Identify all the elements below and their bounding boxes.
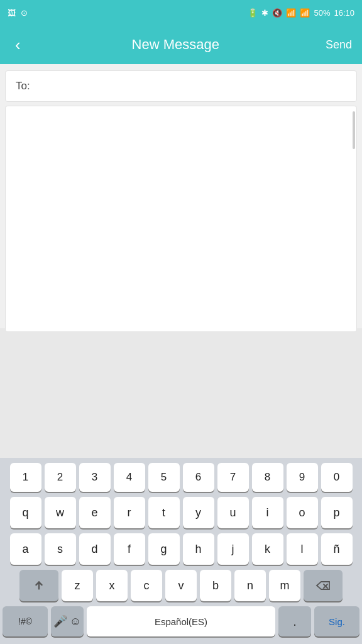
mute-icon: 🔇 (272, 8, 282, 18)
key-z[interactable]: z (62, 570, 93, 601)
body-input[interactable] (16, 115, 346, 323)
key-w[interactable]: w (45, 497, 76, 528)
key-f[interactable]: f (114, 533, 145, 565)
key-5[interactable]: 5 (148, 463, 180, 492)
emoji-icon: ☺ (70, 615, 81, 628)
key-e[interactable]: e (79, 497, 111, 528)
key-n[interactable]: n (234, 570, 266, 601)
battery-percent: 50% (314, 8, 330, 18)
key-y[interactable]: y (183, 497, 214, 528)
status-left-icons: 🖼 ⊙ (8, 8, 28, 18)
key-b[interactable]: b (200, 570, 231, 601)
key-8[interactable]: 8 (252, 463, 283, 492)
period-key[interactable]: . (278, 606, 311, 636)
key-7[interactable]: 7 (217, 463, 249, 492)
key-9[interactable]: 9 (287, 463, 318, 492)
wifi-icon: 📶 (286, 8, 296, 18)
whatsapp-icon: ⊙ (21, 8, 28, 18)
key-q[interactable]: q (10, 497, 41, 528)
mic-icon: 🎤 (53, 614, 67, 628)
key-3[interactable]: 3 (79, 463, 111, 492)
bottom-row: !#© 🎤 ☺ Español(ES) . Sig. (3, 606, 359, 636)
number-row: 1 2 3 4 5 6 7 8 9 0 (3, 463, 359, 492)
send-button[interactable]: Send (326, 38, 352, 52)
battery-icon: 🔋 (248, 8, 258, 18)
key-u[interactable]: u (217, 497, 249, 528)
qwerty-row: q w e r t y u i o p (3, 497, 359, 528)
signal-icon: 📶 (300, 8, 310, 18)
key-p[interactable]: p (321, 497, 353, 528)
emoji-key[interactable]: 🎤 ☺ (51, 606, 84, 636)
key-g[interactable]: g (148, 533, 180, 565)
key-k[interactable]: k (252, 533, 283, 565)
key-v[interactable]: v (165, 570, 197, 601)
key-o[interactable]: o (287, 497, 318, 528)
shift-key[interactable] (19, 570, 58, 601)
zxcv-row: z x c v b n m (3, 570, 359, 601)
to-input[interactable] (35, 80, 346, 92)
key-d[interactable]: d (79, 533, 111, 565)
backspace-key[interactable] (304, 570, 343, 601)
next-key[interactable]: Sig. (314, 606, 359, 636)
to-field-container: To: (5, 70, 357, 102)
key-m[interactable]: m (269, 570, 300, 601)
key-2[interactable]: 2 (45, 463, 76, 492)
key-c[interactable]: c (131, 570, 162, 601)
key-l[interactable]: l (287, 533, 318, 565)
header-title: New Message (132, 36, 219, 53)
keyboard: 1 2 3 4 5 6 7 8 9 0 q w e r t y u i o p … (0, 458, 362, 644)
key-4[interactable]: 4 (114, 463, 145, 492)
header: ‹ New Message Send (0, 25, 362, 64)
image-icon: 🖼 (8, 8, 16, 18)
key-a[interactable]: a (10, 533, 41, 565)
time: 16:10 (334, 8, 354, 18)
status-bar: 🖼 ⊙ 🔋 ✱ 🔇 📶 📶 50% 16:10 (0, 0, 362, 25)
key-0[interactable]: 0 (321, 463, 353, 492)
key-6[interactable]: 6 (183, 463, 214, 492)
key-t[interactable]: t (148, 497, 180, 528)
body-field-container[interactable] (5, 106, 357, 332)
symbols-key[interactable]: !#© (3, 606, 48, 636)
status-right-info: 🔋 ✱ 🔇 📶 📶 50% 16:10 (248, 8, 354, 18)
bluetooth-icon: ✱ (261, 8, 268, 18)
scroll-indicator (353, 111, 355, 149)
content-section: To: (0, 64, 362, 328)
key-s[interactable]: s (45, 533, 76, 565)
key-r[interactable]: r (114, 497, 145, 528)
to-label: To: (16, 80, 30, 92)
key-j[interactable]: j (217, 533, 249, 565)
space-key[interactable]: Español(ES) (87, 606, 275, 636)
back-button[interactable]: ‹ (10, 33, 26, 57)
key-n-tilde[interactable]: ñ (321, 533, 353, 565)
key-1[interactable]: 1 (10, 463, 41, 492)
asdf-row: a s d f g h j k l ñ (3, 533, 359, 565)
key-i[interactable]: i (252, 497, 283, 528)
key-x[interactable]: x (96, 570, 128, 601)
key-h[interactable]: h (183, 533, 214, 565)
